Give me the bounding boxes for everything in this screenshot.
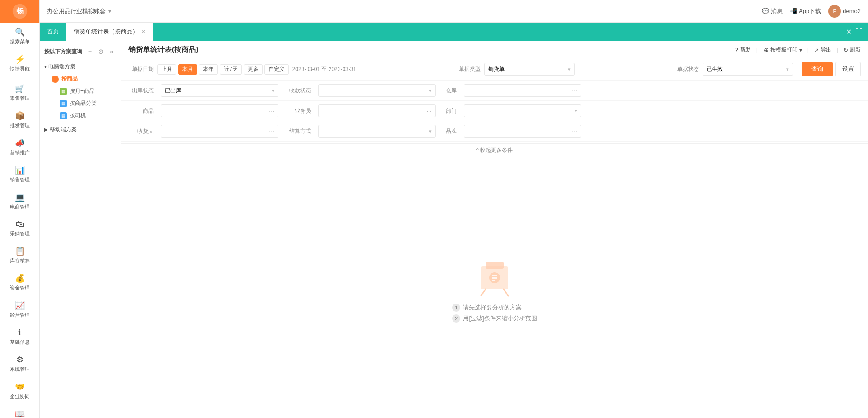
consignee-input[interactable]: ···	[161, 125, 278, 138]
export-tool[interactable]: ↗ 导出	[814, 46, 831, 54]
help-label: 帮助	[740, 46, 751, 54]
sidebar-menu: 🔍 搜索菜单 ⚡ 快捷导航 🛒 零售管理 📦 批发管理 📣 营销推广 📊 销售管…	[0, 23, 39, 418]
doc-type-select[interactable]: 销货单 ▾	[484, 63, 575, 76]
receipt-status-select[interactable]: ▾	[318, 84, 436, 97]
tip-text-2: 用[过滤]条件来缩小分析范围	[463, 314, 537, 323]
settings-button[interactable]: 设置	[835, 62, 861, 76]
department-caret: ▾	[575, 108, 577, 114]
collapse-panel-icon[interactable]: «	[107, 47, 116, 56]
date-btn-this-year[interactable]: 本年	[199, 64, 218, 75]
message-label: 消息	[771, 7, 783, 15]
tab-report-close[interactable]: ✕	[141, 28, 146, 35]
page-title: 销货单统计表(按商品)	[128, 45, 198, 55]
svg-text:畅: 畅	[16, 7, 24, 15]
user-action[interactable]: E demo2	[828, 5, 861, 18]
print-dropdown-icon[interactable]: ▾	[799, 47, 802, 53]
add-plan-icon[interactable]: +	[85, 47, 94, 56]
sidebar-item-operations[interactable]: 📈 经营管理	[0, 296, 39, 323]
date-filter: 上月 本月 本年 近7天 更多 自定义 2023-03-01 至 2023-03…	[157, 64, 356, 75]
sidebar-item-system[interactable]: ⚙ 系统管理	[0, 350, 39, 377]
tree-group-mobile-header[interactable]: ▶ 移动端方案	[40, 124, 121, 136]
warehouse-label: 仓库	[443, 87, 457, 95]
filter-row-4: 收货人 ··· 结算方式 ▾ 品牌 ···	[121, 121, 868, 142]
topbar-dropdown-icon[interactable]: ▾	[108, 8, 111, 14]
app-download-action[interactable]: 📲 App下载	[790, 7, 821, 15]
tree-item-by-product[interactable]: 按商品	[40, 73, 121, 85]
out-status-select[interactable]: 已出库 ▾	[161, 84, 278, 97]
tab-report-label: 销货单统计表（按商品）	[74, 28, 138, 36]
sidebar-item-guide[interactable]: 📖 新手引导	[0, 404, 39, 418]
sidebar: 畅 🔍 搜索菜单 ⚡ 快捷导航 🛒 零售管理 📦 批发管理 📣 营销推广 📊 销…	[0, 0, 40, 418]
date-btn-custom[interactable]: 自定义	[264, 64, 289, 75]
sidebar-item-marketing[interactable]: 📣 营销推广	[0, 133, 39, 161]
sidebar-item-collab[interactable]: 🤝 企业协同	[0, 377, 39, 404]
tab-home-label: 首页	[47, 28, 59, 36]
tab-home[interactable]: 首页	[40, 23, 66, 41]
maximize-icon[interactable]: ⛶	[855, 28, 863, 36]
sidebar-item-inventory[interactable]: 📋 库存核算	[0, 242, 39, 269]
sidebar-item-quicknav-label: 快捷导航	[10, 66, 30, 72]
date-btn-more[interactable]: 更多	[244, 64, 263, 75]
brand-input[interactable]: ···	[464, 125, 581, 138]
salesperson-input[interactable]: ···	[318, 104, 436, 117]
page-title-bar: 销货单统计表(按商品) ? 帮助 | 🖨 按模板打印 ▾ | ↗	[121, 41, 868, 58]
consignee-dots[interactable]: ···	[269, 128, 274, 135]
download-icon: 📲	[790, 8, 797, 14]
svg-rect-6	[492, 277, 497, 279]
tree-group-pc-header[interactable]: ▾ 电脑端方案	[40, 61, 121, 73]
product-dots[interactable]: ···	[269, 107, 274, 114]
sidebar-item-basic[interactable]: ℹ 基础信息	[0, 323, 39, 350]
sidebar-item-sales[interactable]: 📊 销售管理	[0, 161, 39, 188]
help-tool[interactable]: ? 帮助	[735, 46, 751, 54]
by-cashier-icon: ▦	[60, 112, 67, 119]
warehouse-dots[interactable]: ···	[572, 87, 577, 94]
payment-select[interactable]: ▾	[318, 125, 436, 138]
by-product-dot	[52, 76, 59, 83]
print-icon: 🖨	[763, 47, 769, 53]
tree-item-by-cashier[interactable]: ▦ 按司机	[40, 109, 121, 122]
refresh-tool[interactable]: ↻ 刷新	[844, 46, 861, 54]
sidebar-item-retail[interactable]: 🛒 零售管理	[0, 79, 39, 106]
export-icon: ↗	[814, 47, 819, 53]
salesperson-dots[interactable]: ···	[426, 107, 432, 114]
sidebar-item-purchase[interactable]: 🛍 采购管理	[0, 215, 39, 242]
filter-container: 单据日期 上月 本月 本年 近7天 更多 自定义 2023-03-01 至 20…	[121, 58, 868, 157]
by-product-month-icon: ▦	[60, 88, 67, 95]
sidebar-divider-1	[0, 78, 39, 78]
date-btn-7days[interactable]: 近7天	[220, 64, 242, 75]
tree-item-by-category[interactable]: ▦ 按商品分类	[40, 97, 121, 109]
product-input[interactable]: ···	[161, 104, 278, 117]
tree-item-by-product-month[interactable]: ▦ 按月+商品	[40, 85, 121, 97]
panel-title: 按以下方案查询	[44, 48, 82, 56]
tip-text-1: 请先选择要分析的方案	[463, 304, 522, 312]
sidebar-item-wholesale[interactable]: 📦 批发管理	[0, 106, 39, 133]
date-btn-this-month[interactable]: 本月	[178, 64, 197, 75]
empty-state: 1 请先选择要分析的方案 2 用[过滤]条件来缩小分析范围	[121, 157, 868, 418]
department-select[interactable]: ▾	[464, 104, 581, 117]
sidebar-item-quicknav[interactable]: ⚡ 快捷导航	[0, 50, 39, 77]
minimize-icon[interactable]: ✕	[846, 28, 852, 36]
print-tool[interactable]: 🖨 按模板打印 ▾	[763, 46, 802, 54]
sidebar-item-search[interactable]: 🔍 搜索菜单	[0, 23, 39, 50]
svg-rect-5	[492, 275, 497, 276]
doc-status-select[interactable]: 已生效 ▾	[703, 63, 793, 76]
collapse-bar[interactable]: ^ 收起更多条件	[121, 143, 868, 157]
logo[interactable]: 畅	[0, 0, 39, 23]
brand-dots[interactable]: ···	[572, 128, 577, 135]
message-action[interactable]: 💬 消息	[762, 7, 783, 15]
sidebar-item-retail-label: 零售管理	[10, 95, 30, 102]
refresh-label: 刷新	[850, 46, 861, 54]
settings-plan-icon[interactable]: ⊙	[96, 47, 105, 56]
query-button[interactable]: 查询	[802, 62, 833, 76]
inventory-icon: 📋	[15, 246, 25, 256]
date-btn-last-month[interactable]: 上月	[157, 64, 176, 75]
sidebar-item-ecom[interactable]: 💻 电商管理	[0, 188, 39, 215]
finance-icon: 💰	[15, 273, 25, 283]
app-download-label: App下载	[799, 7, 821, 15]
warehouse-input[interactable]: ···	[464, 84, 581, 97]
tab-report[interactable]: 销货单统计表（按商品） ✕	[66, 23, 153, 41]
by-cashier-label: 按司机	[70, 112, 86, 119]
sidebar-item-purchase-label: 采购管理	[10, 230, 30, 237]
sidebar-item-finance[interactable]: 💰 资金管理	[0, 269, 39, 296]
mobile-group-label: 移动端方案	[50, 126, 77, 133]
